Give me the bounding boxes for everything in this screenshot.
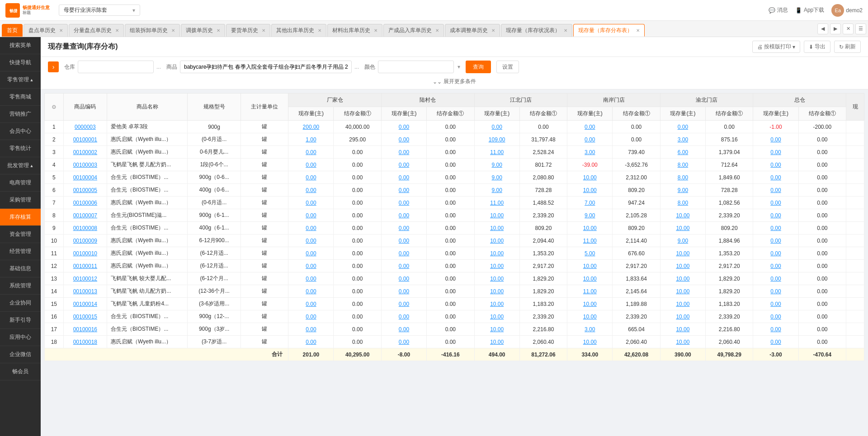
refresh-btn[interactable]: ↻ 刷新 bbox=[834, 41, 861, 53]
warehouse-dots[interactable]: ... bbox=[156, 64, 161, 70]
row-yubei-cur[interactable]: 8.00 bbox=[660, 159, 705, 171]
user-menu[interactable]: Ea demo2 bbox=[831, 4, 863, 17]
tab-item-1[interactable]: 盘点单历史✕ bbox=[24, 24, 68, 37]
row-nangan-cur[interactable]: 0.00 bbox=[567, 121, 613, 133]
row-changjia-cur[interactable]: 0.00 bbox=[288, 285, 334, 298]
row-lucun-cur[interactable]: 0.00 bbox=[381, 234, 426, 247]
tab-item-10[interactable]: 现存量（库存状况表）✕ bbox=[501, 24, 572, 37]
row-jiangbei-cur[interactable]: 9.00 bbox=[474, 171, 519, 184]
row-total-cur[interactable]: 0.00 bbox=[753, 323, 798, 336]
row-changjia-cur[interactable]: 0.00 bbox=[288, 298, 334, 310]
row-changjia-cur[interactable]: 0.00 bbox=[288, 171, 334, 184]
row-nangan-cur[interactable]: 11.00 bbox=[567, 285, 613, 298]
row-jiangbei-cur[interactable]: 10.00 bbox=[474, 272, 519, 285]
row-total-cur[interactable]: 0.00 bbox=[753, 159, 798, 171]
tab-item-0[interactable]: 首页 bbox=[2, 24, 23, 37]
row-lucun-cur[interactable]: 0.00 bbox=[381, 222, 426, 234]
row-changjia-cur[interactable]: 0.00 bbox=[288, 247, 334, 260]
row-nangan-cur[interactable]: 10.00 bbox=[567, 260, 613, 272]
expand-btn[interactable]: › bbox=[48, 61, 59, 72]
th-settings[interactable]: ⚙ bbox=[45, 94, 64, 121]
row-yubei-cur[interactable]: 6.00 bbox=[660, 146, 705, 159]
row-yubei-cur[interactable]: 10.00 bbox=[660, 298, 705, 310]
row-lucun-cur[interactable]: 0.00 bbox=[381, 133, 426, 146]
warehouse-input[interactable] bbox=[78, 61, 154, 73]
row-jiangbei-cur[interactable]: 10.00 bbox=[474, 260, 519, 272]
row-changjia-cur[interactable]: 0.00 bbox=[288, 260, 334, 272]
row-yubei-cur[interactable]: 10.00 bbox=[660, 209, 705, 222]
row-lucun-cur[interactable]: 0.00 bbox=[381, 336, 426, 348]
row-yubei-cur[interactable]: 9.00 bbox=[660, 234, 705, 247]
row-jiangbei-cur[interactable]: 9.00 bbox=[474, 184, 519, 197]
sidebar-item-6[interactable]: 零售统计 bbox=[0, 140, 41, 157]
row-changjia-cur[interactable]: 0.00 bbox=[288, 272, 334, 285]
row-total-cur[interactable]: -1.00 bbox=[753, 121, 798, 133]
row-yubei-cur[interactable]: 10.00 bbox=[660, 323, 705, 336]
row-yubei-cur[interactable]: 10.00 bbox=[660, 285, 705, 298]
row-lucun-cur[interactable]: 0.00 bbox=[381, 197, 426, 209]
row-changjia-cur[interactable]: 0.00 bbox=[288, 209, 334, 222]
row-total-cur[interactable]: 0.00 bbox=[753, 209, 798, 222]
row-lucun-cur[interactable]: 0.00 bbox=[381, 298, 426, 310]
tab-close-9[interactable]: ✕ bbox=[491, 28, 495, 33]
row-nangan-cur[interactable]: 10.00 bbox=[567, 222, 613, 234]
sidebar-item-9[interactable]: 采购管理 bbox=[0, 192, 41, 209]
expand-more-btn[interactable]: ⌄⌄ 展开更多条件 bbox=[433, 78, 476, 85]
sidebar-item-17[interactable]: 应用中心 bbox=[0, 329, 41, 346]
row-jiangbei-cur[interactable]: 10.00 bbox=[474, 209, 519, 222]
tab-close-3[interactable]: ✕ bbox=[171, 28, 175, 33]
row-lucun-cur[interactable]: 0.00 bbox=[381, 310, 426, 323]
row-yubei-cur[interactable]: 8.00 bbox=[660, 171, 705, 184]
sidebar-item-15[interactable]: 企业协同 bbox=[0, 295, 41, 312]
goods-input[interactable] bbox=[180, 61, 352, 73]
row-nangan-cur[interactable]: 10.00 bbox=[567, 298, 613, 310]
tab-close-1[interactable]: ✕ bbox=[59, 28, 63, 33]
tab-close-5[interactable]: ✕ bbox=[262, 28, 265, 33]
row-jiangbei-cur[interactable]: 11.00 bbox=[474, 146, 519, 159]
sidebar-item-5[interactable]: 会员中心 bbox=[0, 123, 41, 140]
row-total-cur[interactable]: 0.00 bbox=[753, 298, 798, 310]
row-jiangbei-cur[interactable]: 109.00 bbox=[474, 133, 519, 146]
row-jiangbei-cur[interactable]: 11.00 bbox=[474, 197, 519, 209]
row-changjia-cur[interactable]: 0.00 bbox=[288, 184, 334, 197]
row-total-cur[interactable]: 0.00 bbox=[753, 184, 798, 197]
row-lucun-cur[interactable]: 0.00 bbox=[381, 272, 426, 285]
row-lucun-cur[interactable]: 0.00 bbox=[381, 121, 426, 133]
sidebar-item-3[interactable]: 零售商城 bbox=[0, 89, 41, 106]
sidebar-item-18[interactable]: 企业微信 bbox=[0, 346, 41, 363]
row-changjia-cur[interactable]: 0.00 bbox=[288, 159, 334, 171]
row-changjia-cur[interactable]: 0.00 bbox=[288, 310, 334, 323]
tab-item-11[interactable]: 现存量（库存分布表）✕ bbox=[573, 24, 645, 37]
tab-item-6[interactable]: 其他出库单历史✕ bbox=[271, 24, 326, 37]
export-btn[interactable]: ⬇ 导出 bbox=[804, 41, 830, 53]
row-total-cur[interactable]: 0.00 bbox=[753, 310, 798, 323]
tab-close-10[interactable]: ✕ bbox=[564, 28, 567, 33]
row-total-cur[interactable]: 0.00 bbox=[753, 197, 798, 209]
row-nangan-cur[interactable]: 3.00 bbox=[567, 146, 613, 159]
row-yubei-cur[interactable]: 0.00 bbox=[660, 121, 705, 133]
row-changjia-cur[interactable]: 1.00 bbox=[288, 133, 334, 146]
tab-close-7[interactable]: ✕ bbox=[374, 28, 377, 33]
print-btn[interactable]: 🖨 按模版打印 ▾ bbox=[752, 41, 800, 53]
row-changjia-cur[interactable]: 0.00 bbox=[288, 146, 334, 159]
row-jiangbei-cur[interactable]: 10.00 bbox=[474, 310, 519, 323]
tab-item-2[interactable]: 分量盘点单历史✕ bbox=[69, 24, 124, 37]
sidebar-item-10[interactable]: 库存核算 bbox=[0, 209, 41, 226]
row-jiangbei-cur[interactable]: 10.00 bbox=[474, 323, 519, 336]
tab-menu-btn[interactable]: ☰ bbox=[855, 23, 866, 34]
sidebar-item-12[interactable]: 经营管理 bbox=[0, 243, 41, 260]
row-yubei-cur[interactable]: 10.00 bbox=[660, 222, 705, 234]
row-changjia-cur[interactable]: 200.00 bbox=[288, 121, 334, 133]
row-changjia-cur[interactable]: 0.00 bbox=[288, 336, 334, 348]
sidebar-item-2[interactable]: 零售管理▲ bbox=[0, 71, 41, 89]
row-yubei-cur[interactable]: 10.00 bbox=[660, 247, 705, 260]
company-selector[interactable]: 母婴行业演示陈套 ▾ bbox=[59, 5, 140, 16]
row-changjia-cur[interactable]: 0.00 bbox=[288, 234, 334, 247]
row-total-cur[interactable]: 0.00 bbox=[753, 272, 798, 285]
tab-prev-btn[interactable]: ◀ bbox=[817, 23, 828, 34]
row-total-cur[interactable]: 0.00 bbox=[753, 336, 798, 348]
row-jiangbei-cur[interactable]: 10.00 bbox=[474, 285, 519, 298]
tab-close-11[interactable]: ✕ bbox=[636, 28, 640, 33]
row-jiangbei-cur[interactable]: 10.00 bbox=[474, 222, 519, 234]
color-input[interactable] bbox=[378, 61, 454, 73]
